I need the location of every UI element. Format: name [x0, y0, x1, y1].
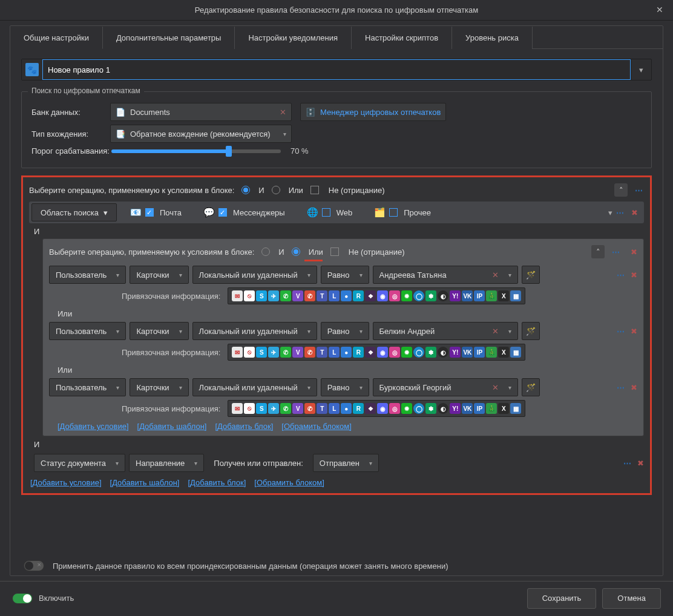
- chat1-icon: ●: [341, 403, 352, 414]
- c3-bind-icons[interactable]: ✉⦸S✈✆V✆TL●R❖◉◎✹◯✽◐Y!VKIP🎄X▦: [228, 400, 525, 417]
- c2-clear-icon[interactable]: ✕: [492, 327, 499, 336]
- status-sent-dd[interactable]: Отправлен: [313, 454, 379, 472]
- grid-icon: ▦: [510, 347, 521, 358]
- c2-wizard-icon[interactable]: 🪄: [522, 322, 540, 340]
- status-condition-row: Статус документа Направление Получен или…: [34, 454, 644, 472]
- scope-mess-checkbox[interactable]: ✓: [218, 208, 227, 217]
- outer-add-template[interactable]: [Добавить шаблон]: [110, 478, 180, 487]
- inner-or-radio[interactable]: [292, 247, 300, 256]
- c1-clear-icon[interactable]: ✕: [492, 270, 499, 280]
- c2-bind-icons[interactable]: ✉⦸S✈✆V✆TL●R❖◉◎✹◯✽◐Y!VKIP🎄X▦: [228, 344, 525, 361]
- c3-value[interactable]: Бурковский Георгий✕: [373, 378, 518, 396]
- scope-messengers[interactable]: 💬 ✓ Мессенджеры: [192, 207, 296, 218]
- c1-field1[interactable]: Пользователь: [49, 266, 126, 284]
- c3-wizard-icon[interactable]: 🪄: [522, 378, 540, 396]
- entry-type-combo[interactable]: 📑 Обратное вхождение (рекомендуется): [110, 125, 292, 143]
- outer-add-block[interactable]: [Добавить блок]: [188, 478, 246, 487]
- skype-icon: S: [256, 347, 267, 358]
- inner-more-icon[interactable]: ⋯: [612, 247, 621, 257]
- discord-icon: ◉: [377, 290, 388, 301]
- scope-delete-icon[interactable]: ✖: [631, 208, 638, 217]
- inner-wrap-block[interactable]: [Обрамить блоком]: [281, 422, 352, 431]
- apply-toggle[interactable]: ×: [24, 560, 44, 571]
- c2-field3[interactable]: Локальный или удаленный: [192, 322, 317, 340]
- outer-ops-row: Выберите операцию, применяемую к условия…: [29, 182, 644, 200]
- c1-bind-label: Привязочная информация:: [122, 292, 220, 301]
- inner-add-condition[interactable]: [Добавить условие]: [57, 422, 129, 431]
- outer-not-checkbox[interactable]: [310, 186, 319, 194]
- c1-value[interactable]: Андреева Татьяна✕: [373, 266, 518, 284]
- inner-add-block[interactable]: [Добавить блок]: [215, 422, 273, 431]
- rule-name-input[interactable]: [42, 59, 631, 80]
- c2-delete-icon[interactable]: ✖: [631, 327, 637, 336]
- bank-combo[interactable]: 📄 Documents ✕: [110, 103, 292, 121]
- rule-name-dropdown[interactable]: [631, 59, 651, 80]
- entry-type-value: Обратное вхождение (рекомендуется): [130, 129, 271, 139]
- phone-icon: ✆: [304, 347, 315, 358]
- c1-field3[interactable]: Локальный или удаленный: [192, 266, 317, 284]
- c3-clear-icon[interactable]: ✕: [492, 383, 499, 392]
- lync-icon: L: [329, 290, 340, 301]
- condition-row-2: Пользователь Карточки Локальный или удал…: [49, 322, 637, 340]
- status-more-icon[interactable]: ⋯: [623, 459, 632, 468]
- tab-notifications[interactable]: Настройки уведомления: [235, 27, 352, 49]
- c3-more-icon[interactable]: ⋯: [617, 383, 626, 392]
- scope-web[interactable]: 🌐 Web: [296, 207, 364, 218]
- c1-more-icon[interactable]: ⋯: [617, 270, 626, 280]
- bank-clear-icon[interactable]: ✕: [280, 108, 286, 117]
- scope-other[interactable]: 🗂️ Прочее: [363, 207, 442, 218]
- c2-field4[interactable]: Равно: [321, 322, 369, 340]
- outer-add-condition[interactable]: [Добавить условие]: [30, 478, 102, 487]
- c2-field2[interactable]: Карточки: [130, 322, 188, 340]
- scope-mail-checkbox[interactable]: ✓: [145, 208, 154, 217]
- scope-expand-icon[interactable]: [608, 208, 612, 217]
- status-dir-dd[interactable]: Направление: [129, 454, 204, 472]
- tab-risk[interactable]: Уровень риска: [452, 27, 533, 49]
- save-button[interactable]: Сохранить: [527, 588, 597, 609]
- scope-other-checkbox[interactable]: [389, 208, 398, 217]
- tab-scripts[interactable]: Настройки скриптов: [352, 27, 452, 49]
- fingerprint-manager-button[interactable]: 🗄️ Менеджер цифровых отпечатков: [300, 103, 446, 121]
- c1-field2[interactable]: Карточки: [130, 266, 188, 284]
- scope-mail[interactable]: 📧 ✓ Почта: [119, 207, 192, 218]
- outer-collapse-button[interactable]: ˄: [614, 183, 628, 197]
- blocked-icon: ⦸: [244, 290, 255, 301]
- c3-field1[interactable]: Пользователь: [49, 378, 126, 396]
- steam-icon: ◐: [438, 347, 448, 358]
- c3-field4[interactable]: Равно: [321, 378, 369, 396]
- c1-bind-icons[interactable]: ✉⦸S✈✆V✆TL●R❖◉◎✹◯✽◐Y!VKIP🎄X▦: [228, 287, 525, 304]
- scope-select[interactable]: Область поиска: [31, 203, 117, 221]
- outer-and-radio[interactable]: [241, 186, 250, 194]
- scope-more-icon[interactable]: ⋯: [616, 208, 625, 217]
- c2-more-icon[interactable]: ⋯: [617, 327, 626, 336]
- inner-ops-prompt: Выберите операцию, применяемую к условия…: [49, 247, 254, 257]
- c1-field4[interactable]: Равно: [321, 266, 369, 284]
- inner-delete-icon[interactable]: ✖: [631, 247, 637, 257]
- cancel-button[interactable]: Отмена: [602, 588, 661, 609]
- c3-field3[interactable]: Локальный или удаленный: [192, 378, 317, 396]
- inner-and-radio[interactable]: [261, 247, 270, 256]
- c1-wizard-icon[interactable]: 🪄: [522, 266, 540, 284]
- c1-delete-icon[interactable]: ✖: [631, 270, 637, 280]
- c3-field2[interactable]: Карточки: [130, 378, 188, 396]
- inner-add-template[interactable]: [Добавить шаблон]: [137, 422, 207, 431]
- enable-toggle[interactable]: [12, 593, 33, 604]
- outer-wrap-block[interactable]: [Обрамить блоком]: [254, 478, 324, 487]
- c2-value[interactable]: Белкин Андрей✕: [373, 322, 518, 340]
- outer-or-radio[interactable]: [272, 186, 280, 194]
- tab-general[interactable]: Общие настройки: [10, 27, 103, 49]
- status-delete-icon[interactable]: ✖: [637, 459, 644, 468]
- status-doc-dd[interactable]: Статус документа: [34, 454, 125, 472]
- footer: Включить Сохранить Отмена: [0, 581, 673, 615]
- close-icon[interactable]: ✕: [651, 2, 668, 17]
- inner-collapse-button[interactable]: ˄: [591, 245, 605, 258]
- outer-more-icon[interactable]: ⋯: [635, 186, 644, 195]
- c2-field1[interactable]: Пользователь: [49, 322, 126, 340]
- inner-not-checkbox[interactable]: [330, 247, 339, 256]
- threshold-slider[interactable]: [111, 149, 281, 153]
- email-icon: ✉: [232, 290, 243, 301]
- c3-delete-icon[interactable]: ✖: [631, 383, 637, 392]
- scope-web-checkbox[interactable]: [322, 208, 330, 217]
- inner-or-label: Или: [309, 247, 323, 257]
- tab-additional[interactable]: Дополнительные параметры: [103, 27, 235, 49]
